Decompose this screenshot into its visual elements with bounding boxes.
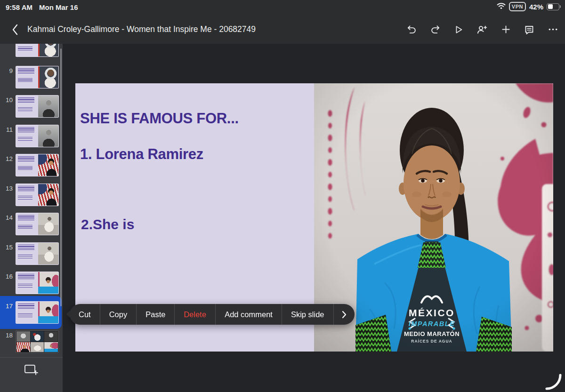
filmstrip-slide-row[interactable]: 11 [0, 125, 63, 147]
context-menu-item[interactable]: Delete [175, 304, 215, 325]
filmstrip-slide-row[interactable]: 15 [0, 242, 63, 265]
slide-thumbnail[interactable] [16, 272, 59, 294]
thumbnail-image [38, 66, 58, 88]
thumbnail-text-block [16, 44, 38, 56]
redo-button[interactable] [429, 24, 441, 35]
undo-button[interactable] [406, 24, 417, 35]
collage-cell [16, 331, 30, 342]
context-menu-item[interactable]: Cut [70, 304, 100, 325]
vpn-badge: VPN [509, 2, 526, 11]
thumbnail-image [38, 96, 58, 117]
collage-cell [31, 342, 44, 352]
slide-number: 14 [0, 214, 13, 221]
wifi-icon [497, 2, 506, 11]
context-menu-item[interactable]: Paste [137, 304, 174, 325]
slide-thumbnail[interactable] [16, 242, 59, 265]
slide-title-line2: 1. Lorena Ramirez [80, 146, 203, 162]
thumbnail-image [38, 213, 58, 235]
filmstrip-slide-row[interactable] [0, 44, 63, 57]
thumbnail-image [38, 302, 58, 323]
slide-filmstrip: 9 10 11 12 13 14 15 16 17 18 [0, 44, 63, 357]
thumbnail-text-block [16, 184, 38, 206]
thumbnail-text-block [16, 125, 38, 147]
slide-thumbnail[interactable] [16, 44, 59, 57]
filmstrip-slide-row[interactable]: 10 [0, 95, 63, 118]
slide-body-textbox[interactable]: 2.She is [81, 216, 134, 232]
filmstrip-slide-row[interactable]: 9 [0, 66, 63, 88]
filmstrip-slide-row[interactable]: 16 [0, 272, 63, 294]
thumbnail-image [38, 184, 58, 206]
present-button[interactable] [453, 24, 464, 35]
thumbnail-text-block [16, 213, 38, 235]
context-menu-more-chevron[interactable] [334, 304, 355, 325]
filmstrip-slide-row[interactable]: 13 [0, 184, 63, 206]
slide-title-textbox[interactable]: SHE IS FAMOUS FOR... 1. Lorena Ramirez [80, 110, 239, 163]
back-button[interactable] [8, 23, 21, 37]
date: Mon Mar 16 [39, 3, 78, 11]
thumbnail-image [38, 125, 58, 147]
slide-number: 9 [0, 67, 13, 74]
slide-number: 12 [0, 155, 13, 162]
slide-title-line1: SHE IS FAMOUS FOR... [80, 110, 239, 127]
filmstrip-slide-row[interactable]: 17 [0, 301, 63, 324]
filmstrip-slide-row[interactable]: 12 [0, 154, 63, 176]
filmstrip-scrollbar[interactable] [60, 48, 62, 306]
thumbnail-text-block [16, 154, 38, 176]
collage-cell [44, 342, 58, 352]
status-bar: 9:58 AM Mon Mar 16 VPN 42% [0, 0, 565, 15]
slide-thumbnail[interactable] [16, 125, 59, 147]
share-add-people-button[interactable] [476, 24, 488, 35]
slide-thumbnail[interactable] [16, 66, 59, 88]
slide-number: 11 [0, 126, 13, 133]
collage-cell [44, 331, 58, 342]
comments-button[interactable] [524, 24, 535, 35]
slide-thumbnail[interactable] [16, 154, 59, 176]
slide-number: 17 [0, 303, 13, 310]
thumbnail-image [38, 44, 58, 56]
slide-thumbnail[interactable] [16, 213, 59, 235]
thumbnail-text-block [16, 302, 38, 323]
pen-stroke [544, 373, 563, 392]
slide-thumbnail[interactable] [16, 330, 59, 353]
thumbnail-image [38, 243, 58, 264]
slide-number: 16 [0, 273, 13, 280]
slides-app: { "status_bar": { "time": "9:58 AM", "da… [0, 0, 565, 392]
collage-cell [16, 342, 30, 352]
context-menu-item[interactable]: Add comment [216, 304, 282, 325]
slide-number: 13 [0, 185, 13, 192]
slide-thumbnail[interactable] [16, 95, 59, 118]
thumbnail-image [38, 272, 58, 294]
thumbnail-text-block [16, 272, 38, 294]
insert-button[interactable] [500, 24, 511, 35]
context-menu-item[interactable]: Skip slide [282, 304, 333, 325]
collage-cell [31, 331, 44, 342]
slide-number: 18 [0, 332, 13, 339]
filmstrip-slide-row[interactable]: 14 [0, 213, 63, 235]
thumbnail-text-block [16, 96, 38, 117]
more-menu-button[interactable] [547, 24, 558, 35]
context-menu-item[interactable]: Copy [100, 304, 137, 325]
slide-filmstrip-panel: 9 10 11 12 13 14 15 16 17 18 [0, 44, 63, 392]
filmstrip-divider [0, 357, 63, 358]
context-menu: CutCopyPasteDeleteAdd commentSkip slide [70, 304, 355, 325]
add-slide-button[interactable] [22, 362, 40, 378]
battery-icon [547, 3, 559, 10]
slide-thumbnail[interactable] [16, 301, 59, 324]
filmstrip-slide-row[interactable]: 18 [0, 330, 63, 353]
slide-thumbnail[interactable] [16, 184, 59, 206]
thumbnail-image [38, 154, 58, 176]
battery-percent: 42% [529, 3, 543, 11]
clock: 9:58 AM [6, 3, 32, 11]
document-title: Kahmai Croley-Gallimore - Women that Ins… [27, 24, 256, 34]
slide-number: 15 [0, 244, 13, 251]
app-toolbar: Kahmai Croley-Gallimore - Women that Ins… [0, 15, 565, 44]
thumbnail-text-block [16, 243, 38, 264]
slide-number: 10 [0, 96, 13, 104]
thumbnail-text-block [16, 66, 38, 88]
